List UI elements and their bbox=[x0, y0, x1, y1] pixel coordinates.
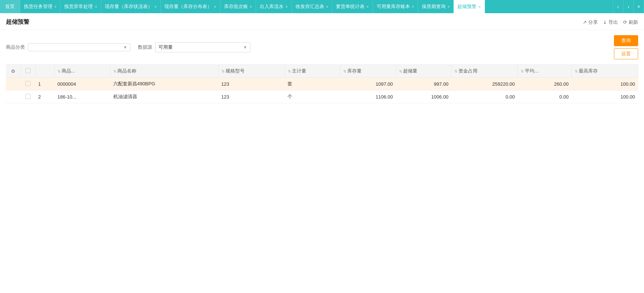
th-unit[interactable]: ⇅ 主计量 bbox=[285, 65, 340, 78]
nav-next-btn[interactable]: › bbox=[623, 0, 634, 13]
row-product-code: 0000004 bbox=[55, 78, 110, 90]
sort-icon: ⇅ bbox=[521, 69, 524, 73]
nav-tab-expiry[interactable]: 保质期查询× bbox=[418, 0, 454, 13]
th-checkbox bbox=[21, 65, 35, 78]
nav-tab-task[interactable]: 拣货任务管理× bbox=[20, 0, 61, 13]
row-num-cell: 1 bbox=[35, 78, 55, 90]
category-chevron-icon: ▼ bbox=[123, 45, 127, 49]
settings-gear-icon[interactable]: ⚙ bbox=[11, 68, 15, 74]
nav-tab-batch[interactable]: 库存批次账× bbox=[220, 0, 256, 13]
table-row: 2 186-10... 机油滤清器 123 个 1106.00 1006.00 … bbox=[6, 90, 638, 103]
th-product-name-sort: ⇅ 商品名称 bbox=[113, 68, 136, 74]
row-unit: 个 bbox=[285, 90, 340, 103]
th-max-stock[interactable]: ⇅ 最高库存 bbox=[571, 65, 638, 78]
nav-tab-stock_dist[interactable]: 现存量（库存分布表）× bbox=[161, 0, 220, 13]
row-spec: 123 bbox=[218, 78, 285, 90]
th-avg[interactable]: ⇅ 平均... bbox=[518, 65, 572, 78]
top-nav: 首页 拣货任务管理×拣货异常处理×现存量（库存状况表）×现存量（库存分布表）×库… bbox=[0, 0, 644, 13]
sort-icon: ⇅ bbox=[113, 69, 116, 73]
nav-tab-abnormal[interactable]: 拣货异常处理× bbox=[61, 0, 101, 13]
row-product-name: 机油滤清器 bbox=[110, 90, 218, 103]
nav-home[interactable]: 首页 bbox=[0, 0, 20, 13]
table-wrapper: ⚙ ⇅ 商品... ⇅ 商品名 bbox=[0, 64, 644, 103]
th-rownum bbox=[35, 65, 55, 78]
share-icon: ↗ bbox=[583, 19, 587, 25]
nav-tab-close-icon[interactable]: × bbox=[95, 4, 97, 9]
datasource-label: 数据源 bbox=[138, 44, 152, 51]
th-unit-sort: ⇅ 主计量 bbox=[288, 68, 306, 74]
row-num-cell: 2 bbox=[35, 90, 55, 103]
nav-tab-close-icon[interactable]: × bbox=[285, 4, 288, 9]
page-container: 超储预警 ↗ 分享 ⤓ 导出 ⟳ 刷新 商品分类 ▼ 数据源 bbox=[0, 13, 644, 293]
refresh-btn[interactable]: ⟳ 刷新 bbox=[623, 19, 638, 26]
nav-tab-label: 收发存汇总表 bbox=[296, 3, 324, 10]
th-settings: ⚙ bbox=[6, 65, 21, 78]
category-select[interactable]: ▼ bbox=[28, 43, 131, 51]
nav-tab-label: 可用量库存账本 bbox=[377, 3, 410, 10]
th-capital-sort: ⇅ 资金占用 bbox=[454, 68, 477, 74]
category-label: 商品分类 bbox=[6, 44, 25, 51]
nav-tab-close-icon[interactable]: × bbox=[478, 4, 480, 9]
nav-arrows: ‹ › × bbox=[613, 0, 644, 13]
nav-tab-close-icon[interactable]: × bbox=[54, 4, 56, 9]
sort-icon: ⇅ bbox=[454, 69, 457, 73]
filter-bar: 商品分类 ▼ 数据源 可用量 ▼ 查询 设置 bbox=[0, 30, 644, 64]
share-btn[interactable]: ↗ 分享 bbox=[583, 19, 598, 26]
row-checkbox-cell bbox=[21, 78, 35, 90]
table-row: 1 0000004 六配套新昌490BPG 123 套 1097.00 997.… bbox=[6, 78, 638, 90]
nav-tab-close-icon[interactable]: × bbox=[326, 4, 328, 9]
export-label: 导出 bbox=[608, 19, 618, 26]
settings-button[interactable]: 设置 bbox=[614, 48, 638, 59]
export-btn[interactable]: ⤓ 导出 bbox=[603, 19, 618, 26]
share-label: 分享 bbox=[588, 19, 598, 26]
filter-buttons: 查询 设置 bbox=[614, 35, 638, 59]
row-avg: 260.00 bbox=[518, 78, 572, 90]
nav-tab-overstock[interactable]: 超储预警× bbox=[454, 0, 484, 13]
nav-tab-close-icon[interactable]: × bbox=[250, 4, 252, 9]
nav-close-btn[interactable]: × bbox=[634, 0, 644, 13]
row-checkbox[interactable] bbox=[25, 94, 30, 99]
th-stock[interactable]: ⇅ 库存量 bbox=[340, 65, 396, 78]
row-checkbox[interactable] bbox=[25, 81, 30, 86]
datasource-value: 可用量 bbox=[158, 44, 173, 51]
th-product-code[interactable]: ⇅ 商品... bbox=[55, 65, 110, 78]
home-label: 首页 bbox=[5, 3, 15, 10]
sort-icon: ⇅ bbox=[399, 69, 402, 73]
nav-tab-inout[interactable]: 出入库流水× bbox=[256, 0, 292, 13]
nav-prev-btn[interactable]: ‹ bbox=[613, 0, 623, 13]
nav-tab-close-icon[interactable]: × bbox=[447, 4, 450, 9]
export-icon: ⤓ bbox=[603, 19, 607, 25]
nav-tab-order_stat[interactable]: 要货单统计表× bbox=[332, 0, 373, 13]
row-spec: 123 bbox=[218, 90, 285, 103]
sort-icon: ⇅ bbox=[343, 69, 346, 73]
nav-tab-close-icon[interactable]: × bbox=[412, 4, 414, 9]
row-capital: 259220.00 bbox=[451, 78, 518, 90]
datasource-chevron-icon: ▼ bbox=[243, 45, 247, 49]
refresh-icon: ⟳ bbox=[623, 19, 627, 25]
nav-tab-avail[interactable]: 可用量库存账本× bbox=[373, 0, 418, 13]
row-max-stock: 100.00 bbox=[571, 78, 638, 90]
nav-tab-collect[interactable]: 收发存汇总表× bbox=[292, 0, 332, 13]
page-title: 超储预警 bbox=[6, 18, 29, 26]
category-filter: 商品分类 ▼ bbox=[6, 43, 131, 51]
nav-tab-label: 拣货任务管理 bbox=[24, 3, 52, 10]
row-avg: 0.00 bbox=[518, 90, 572, 103]
th-capital[interactable]: ⇅ 资金占用 bbox=[451, 65, 518, 78]
nav-tab-stock_status[interactable]: 现存量（库存状况表）× bbox=[101, 0, 161, 13]
nav-tab-label: 库存批次账 bbox=[224, 3, 248, 10]
th-spec[interactable]: ⇅ 规格型号 bbox=[218, 65, 285, 78]
nav-tab-close-icon[interactable]: × bbox=[366, 4, 369, 9]
data-table: ⚙ ⇅ 商品... ⇅ 商品名 bbox=[6, 64, 638, 103]
th-overstock[interactable]: ⇅ 超储量 bbox=[396, 65, 451, 78]
nav-tab-close-icon[interactable]: × bbox=[214, 4, 216, 9]
refresh-label: 刷新 bbox=[629, 19, 638, 26]
th-stock-sort: ⇅ 库存量 bbox=[343, 68, 362, 74]
th-product-name[interactable]: ⇅ 商品名称 bbox=[110, 65, 218, 78]
nav-tab-close-icon[interactable]: × bbox=[154, 4, 157, 9]
th-overstock-sort: ⇅ 超储量 bbox=[399, 68, 417, 74]
th-max-stock-sort: ⇅ 最高库存 bbox=[575, 68, 598, 74]
datasource-select[interactable]: 可用量 ▼ bbox=[155, 42, 250, 52]
nav-tab-label: 拣货异常处理 bbox=[64, 3, 93, 10]
query-button[interactable]: 查询 bbox=[614, 35, 638, 46]
header-checkbox[interactable] bbox=[25, 68, 30, 73]
